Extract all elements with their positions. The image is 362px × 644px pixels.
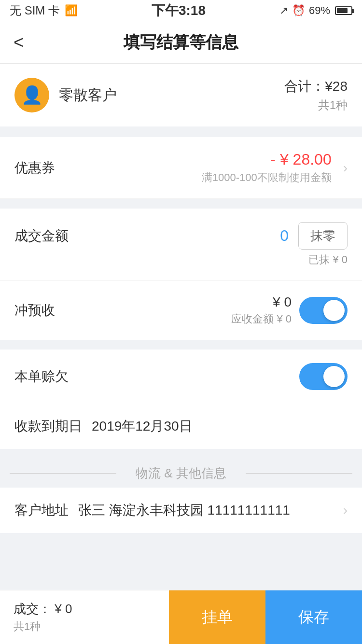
deal-amount-sub: 已抹 ¥ 0 [14,252,348,267]
amount-right: 0 抹零 [280,222,348,250]
round-down-button[interactable]: 抹零 [298,222,348,250]
location-icon: ↗ [279,4,288,17]
debt-toggle-knob [323,366,345,387]
hold-order-button[interactable]: 挂单 [169,590,265,644]
status-right: ↗ ⏰ 69% [279,4,352,17]
bottom-deal: 成交： ¥ 0 [14,601,155,617]
prereceive-row: 冲预收 ¥ 0 应收金额 ¥ 0 [14,294,348,326]
debt-section: 本单赊欠 [0,350,362,404]
prereceive-right: ¥ 0 应收金额 ¥ 0 [231,294,348,326]
bottom-deal-label: 成交： [14,602,51,616]
customer-section: 👤 零散客户 合计：¥28 共1种 [0,64,362,126]
hold-order-label: 挂单 [202,607,233,628]
customer-name: 零散客户 [59,85,117,105]
wifi-icon: 📶 [65,4,78,17]
amount-row: 成交金额 0 抹零 [14,222,348,250]
status-left: 无 SIM 卡 📶 [10,3,78,18]
logistics-label: 物流 & 其他信息 [136,465,226,482]
prereceive-val: ¥ 0 [231,294,292,310]
coupon-value-area: - ¥ 28.00 满1000-100不限制使用金额 [202,151,332,185]
due-date-value: 2019年12月30日 [92,417,193,435]
section-divider-2 [0,199,362,209]
save-label: 保存 [298,607,329,628]
content-area: 👤 零散客户 合计：¥28 共1种 优惠券 - ¥ 28.00 满1000-10… [0,64,362,644]
coupon-discount: - ¥ 28.00 [202,151,332,168]
customer-left: 👤 零散客户 [14,78,117,112]
prereceive-sub: 应收金额 ¥ 0 [231,312,292,326]
bottom-count: 共1种 [14,619,155,634]
battery-icon [335,6,352,15]
deal-amount-value[interactable]: 0 [280,227,289,245]
coupon-row[interactable]: 优惠券 - ¥ 28.00 满1000-100不限制使用金额 › [0,137,362,199]
status-time: 下午3:18 [152,1,206,20]
deal-amount-section: 成交金额 0 抹零 已抹 ¥ 0 [0,209,362,281]
coupon-description: 满1000-100不限制使用金额 [202,170,332,185]
section-divider-1 [0,127,362,137]
alarm-icon: ⏰ [292,4,305,17]
person-icon: 👤 [21,85,43,105]
customer-total: 合计：¥28 [284,77,348,96]
prereceive-toggle[interactable] [299,297,348,324]
address-section[interactable]: 客户地址 张三 海淀永丰科技园 11111111111 › [0,488,362,533]
logistics-divider: 物流 & 其他信息 [0,459,362,488]
address-value: 张三 海淀永丰科技园 11111111111 [78,501,339,519]
save-button[interactable]: 保存 [265,590,362,644]
address-chevron-icon: › [343,503,348,518]
prereceive-amount: ¥ 0 应收金额 ¥ 0 [231,294,292,326]
debt-label: 本单赊欠 [14,367,69,386]
bottom-bar: 成交： ¥ 0 共1种 挂单 保存 [0,590,362,644]
customer-right: 合计：¥28 共1种 [284,77,348,113]
section-divider-4 [0,449,362,459]
due-date-label: 收款到期日 [14,417,82,435]
due-date-section[interactable]: 收款到期日 2019年12月30日 [0,404,362,449]
debt-toggle[interactable] [299,363,348,390]
customer-avatar: 👤 [14,78,49,112]
section-divider-3 [0,340,362,350]
customer-count: 共1种 [284,98,348,113]
deal-amount-label: 成交金额 [14,227,69,245]
prereceive-label: 冲预收 [14,301,55,320]
coupon-label: 优惠券 [14,159,55,177]
bottom-deal-amount: ¥ 0 [55,602,72,616]
prereceive-section: 冲预收 ¥ 0 应收金额 ¥ 0 [0,281,362,340]
carrier-label: 无 SIM 卡 [10,3,60,18]
bottom-info: 成交： ¥ 0 共1种 [0,601,169,634]
toggle-knob [323,300,345,321]
page-title: 填写结算等信息 [124,31,238,54]
address-label: 客户地址 [14,501,69,519]
back-button[interactable]: < [14,32,24,53]
coupon-right: - ¥ 28.00 满1000-100不限制使用金额 › [202,151,348,185]
nav-bar: < 填写结算等信息 [0,21,362,64]
status-bar: 无 SIM 卡 📶 下午3:18 ↗ ⏰ 69% [0,0,362,21]
chevron-right-icon: › [343,160,348,176]
battery-percent: 69% [309,4,330,17]
